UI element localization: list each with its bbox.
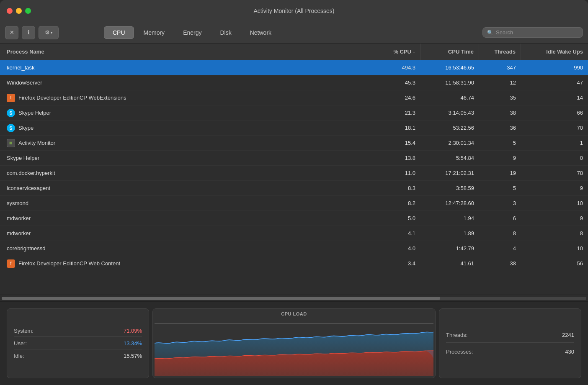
process-name: S Skype <box>0 124 370 132</box>
search-input[interactable] <box>496 29 578 36</box>
table-row[interactable]: sysmond 8.2 12:47:28.60 3 10 <box>0 196 588 211</box>
process-threads: 347 <box>479 64 521 71</box>
process-name: com.docker.hyperkit <box>0 170 370 176</box>
threads-label: Threads: <box>446 332 467 338</box>
process-cputime: 1.89 <box>420 230 479 236</box>
process-idle: 56 <box>521 260 588 267</box>
process-threads: 9 <box>479 155 521 161</box>
close-button[interactable] <box>7 8 13 14</box>
process-idle: 70 <box>521 125 588 131</box>
process-name: ▦ Activity Monitor <box>0 139 370 147</box>
process-cpu: 4.0 <box>370 245 420 252</box>
horizontal-scrollbar[interactable] <box>0 295 588 301</box>
table-row[interactable]: mdworker 5.0 1.94 6 9 <box>0 211 588 226</box>
process-name: mdworker <box>0 230 370 236</box>
table-header: Process Name % CPU ↓ CPU Time Threads Id… <box>0 44 588 60</box>
process-cputime: 41.61 <box>420 260 479 267</box>
process-idle: 0 <box>521 155 588 161</box>
process-cputime: 3:14:05.43 <box>420 110 479 116</box>
table-row[interactable]: corebrightnessd 4.0 1:42.79 4 10 <box>0 241 588 256</box>
activity-monitor-window: Activity Monitor (All Processes) ✕ ℹ ⚙ ▾… <box>0 0 588 385</box>
process-idle: 78 <box>521 170 588 176</box>
process-threads: 4 <box>479 245 521 252</box>
tab-energy[interactable]: Energy <box>174 26 210 39</box>
table-row[interactable]: WindowServer 45.3 11:58:31.90 12 47 <box>0 75 588 90</box>
process-cpu: 13.8 <box>370 155 420 161</box>
chart-area <box>153 317 435 378</box>
process-name: S Skype Helper <box>0 109 370 117</box>
scroll-track <box>2 297 586 300</box>
sort-arrow-icon: ↓ <box>413 49 415 54</box>
processes-value: 430 <box>565 349 574 355</box>
processes-stat-row: Processes: 430 <box>446 349 574 355</box>
process-cputime: 17:21:02.31 <box>420 170 479 176</box>
process-cpu: 15.4 <box>370 140 420 146</box>
cpu-stats-panel: System: 71.09% User: 13.34% Idle: 15.57% <box>7 308 149 378</box>
process-idle: 47 <box>521 80 588 86</box>
process-cputime: 16:53:46.65 <box>420 64 479 71</box>
table-row[interactable]: Skype Helper 13.8 5:54.84 9 0 <box>0 151 588 166</box>
process-idle: 9 <box>521 185 588 191</box>
table-row[interactable]: kernel_task 494.3 16:53:46.65 347 990 <box>0 60 588 75</box>
search-box[interactable]: 🔍 <box>482 27 583 38</box>
firefox-icon: f <box>7 259 15 268</box>
process-cpu: 3.4 <box>370 260 420 267</box>
process-table[interactable]: kernel_task 494.3 16:53:46.65 347 990 Wi… <box>0 60 588 295</box>
process-name: f Firefox Developer EditionCP WebExtensi… <box>0 94 370 102</box>
column-header-idle[interactable]: Idle Wake Ups <box>521 44 588 60</box>
process-cpu: 494.3 <box>370 64 420 71</box>
table-row[interactable]: ▦ Activity Monitor 15.4 2:30:01.34 5 1 <box>0 136 588 151</box>
table-row[interactable]: f Firefox Developer EditionCP Web Conten… <box>0 256 588 271</box>
tab-cpu[interactable]: CPU <box>104 26 134 39</box>
info-button[interactable]: ℹ <box>22 26 35 39</box>
column-header-cputime[interactable]: CPU Time <box>420 44 479 60</box>
scroll-thumb[interactable] <box>2 297 440 300</box>
process-cputime: 3:58.59 <box>420 185 479 191</box>
table-row[interactable]: com.docker.hyperkit 11.0 17:21:02.31 19 … <box>0 166 588 181</box>
column-header-threads[interactable]: Threads <box>479 44 521 60</box>
process-cpu: 21.3 <box>370 110 420 116</box>
process-threads: 5 <box>479 140 521 146</box>
process-threads: 38 <box>479 110 521 116</box>
minimize-button[interactable] <box>16 8 22 14</box>
tab-network[interactable]: Network <box>241 26 280 39</box>
process-cpu: 24.6 <box>370 95 420 101</box>
tab-disk[interactable]: Disk <box>211 26 240 39</box>
process-cputime: 1.94 <box>420 215 479 221</box>
process-cpu: 4.1 <box>370 230 420 236</box>
system-stat-row: System: 71.09% <box>14 328 142 337</box>
process-threads: 35 <box>479 95 521 101</box>
process-idle: 10 <box>521 200 588 206</box>
maximize-button[interactable] <box>25 8 31 14</box>
column-header-cpu[interactable]: % CPU ↓ <box>370 44 420 60</box>
tab-memory[interactable]: Memory <box>135 26 174 39</box>
user-stat-row: User: 13.34% <box>14 340 142 349</box>
process-threads: 6 <box>479 215 521 221</box>
window-title: Activity Monitor (All Processes) <box>254 8 335 14</box>
chevron-down-icon: ▾ <box>51 31 53 35</box>
process-cpu: 45.3 <box>370 80 420 86</box>
process-cputime: 2:30:01.34 <box>420 140 479 146</box>
gear-button[interactable]: ⚙ ▾ <box>39 26 59 39</box>
table-row[interactable]: mdworker 4.1 1.89 8 8 <box>0 226 588 241</box>
table-row[interactable]: S Skype Helper 21.3 3:14:05.43 38 66 <box>0 105 588 121</box>
process-threads: 5 <box>479 185 521 191</box>
process-threads: 12 <box>479 80 521 86</box>
firefox-icon: f <box>7 94 15 102</box>
process-name: sysmond <box>0 200 370 206</box>
table-row[interactable]: S Skype 18.1 53:22.56 36 70 <box>0 121 588 136</box>
x-icon: ✕ <box>10 29 14 36</box>
process-threads: 8 <box>479 230 521 236</box>
close-process-button[interactable]: ✕ <box>5 26 18 39</box>
system-label: System: <box>14 328 34 334</box>
column-header-name[interactable]: Process Name <box>0 44 370 60</box>
table-row[interactable]: iconservicesagent 8.3 3:58.59 5 9 <box>0 181 588 196</box>
process-threads: 36 <box>479 125 521 131</box>
traffic-lights <box>7 8 31 14</box>
process-cpu: 8.2 <box>370 200 420 206</box>
process-threads: 19 <box>479 170 521 176</box>
table-row[interactable]: f Firefox Developer EditionCP WebExtensi… <box>0 90 588 105</box>
process-cpu: 11.0 <box>370 170 420 176</box>
user-label: User: <box>14 340 27 346</box>
threads-stat-row: Threads: 2241 <box>446 332 574 343</box>
